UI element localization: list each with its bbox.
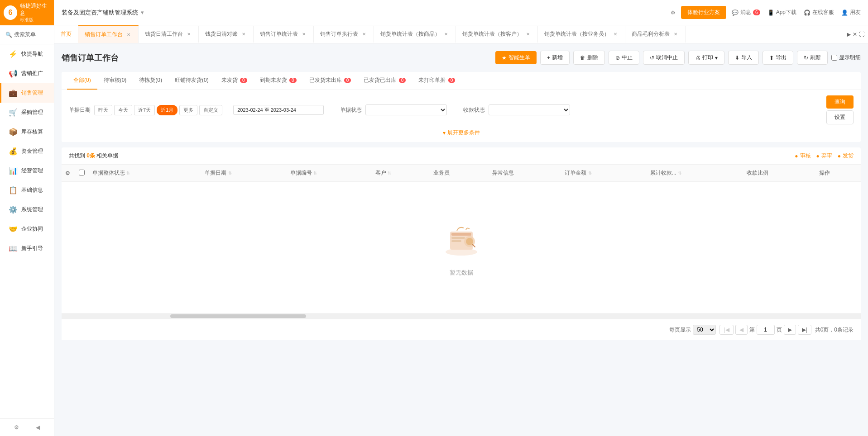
online-service-button[interactable]: 🎧 在线客服 — [804, 9, 834, 16]
filter-tab-pending-inspect[interactable]: 待拣货(0) — [133, 72, 168, 90]
tab-fullscreen-button[interactable]: ⛶ — [859, 31, 864, 38]
status-select[interactable] — [365, 104, 447, 115]
next-page-button[interactable]: ▶ — [784, 325, 796, 335]
ship-button[interactable]: ● 发货 — [838, 152, 854, 160]
print-button[interactable]: 🖨 打印 ▾ — [688, 51, 724, 65]
tab-close-icon[interactable]: ✕ — [240, 31, 247, 37]
col-header-customer[interactable]: 客户 ⇅ — [372, 165, 430, 182]
date-btn-more[interactable]: 更多 — [179, 105, 197, 115]
date-range-input[interactable] — [233, 105, 324, 115]
user-menu-button[interactable]: 👤 用友 — [841, 9, 861, 16]
sidebar-item-finance[interactable]: 💰 资金管理 — [0, 142, 54, 161]
col-header-number[interactable]: 单据编号 ⇅ — [287, 165, 372, 182]
tab-gross-profit[interactable]: 商品毛利分析表 ✕ — [625, 26, 686, 43]
prev-page-button[interactable]: ◀ — [735, 325, 748, 335]
collapse-icon[interactable]: ◀ — [36, 424, 40, 431]
gear-settings-button[interactable]: ⚙ — [671, 9, 676, 16]
filter-tab-not-printed[interactable]: 未打印单据 0 — [412, 72, 461, 90]
message-button[interactable]: 💬 消息 6 — [732, 9, 760, 16]
filter-tab-pending-review[interactable]: 待审核(0) — [97, 72, 133, 90]
show-detail-checkbox[interactable]: 显示明细 — [831, 54, 861, 62]
tab-close-icon[interactable]: ✕ — [612, 31, 619, 37]
system-icon: ⚙️ — [9, 205, 18, 214]
query-button[interactable]: 查询 — [826, 95, 854, 109]
tab-sales-stats[interactable]: 销售订单统计表 ✕ — [254, 26, 314, 43]
sidebar-search[interactable]: 🔍 搜索菜单 — [0, 25, 54, 44]
sidebar-item-collab[interactable]: 🤝 企业协同 — [0, 219, 54, 239]
tab-sales-exec[interactable]: 销售订单执行表 ✕ — [314, 26, 374, 43]
smart-generate-button[interactable]: ★ 智能生单 — [495, 51, 537, 64]
filter-tab-overdue-not-shipped[interactable]: 到期未发货 0 — [254, 72, 303, 90]
refresh-button[interactable]: ↻ 刷新 — [797, 51, 828, 65]
tab-cash-reconcile[interactable]: 钱货日清对账 ✕ — [199, 26, 254, 43]
search-menu-button[interactable]: 🔍 搜索菜单 — [4, 29, 50, 40]
tab-close-icon[interactable]: ✕ — [525, 31, 531, 37]
first-page-button[interactable]: |◀ — [719, 325, 733, 335]
unreview-button[interactable]: ● 弃审 — [816, 152, 832, 160]
export-button[interactable]: ⬆ 导出 — [762, 51, 793, 65]
sidebar-item-inventory[interactable]: 📦 库存核算 — [0, 122, 54, 142]
chevron-down-icon[interactable]: ▾ — [141, 9, 144, 16]
date-btn-custom[interactable]: 自定义 — [199, 105, 222, 115]
date-btn-7days[interactable]: 近7天 — [134, 105, 155, 115]
app-download-button[interactable]: 📱 App下载 — [767, 9, 796, 16]
add-button[interactable]: + 新增 — [540, 51, 570, 65]
tab-close-icon[interactable]: ✕ — [672, 31, 679, 37]
date-btn-today[interactable]: 今天 — [114, 105, 132, 115]
filter-tab-all[interactable]: 全部(0) — [67, 72, 97, 90]
tab-close-icon[interactable]: ✕ — [125, 32, 132, 38]
sidebar-item-quicknav[interactable]: ⚡ 快捷导航 — [0, 44, 54, 64]
tab-sale-stats-staff[interactable]: 销货单统计表（按业务员） ✕ — [538, 26, 625, 43]
filter-tab-wangpu-deliver[interactable]: 旺铺待发货(0) — [168, 72, 215, 90]
industry-solution-button[interactable]: 体验行业方案 — [681, 6, 726, 19]
page-number-input[interactable] — [757, 325, 775, 335]
tab-close-icon[interactable]: ✕ — [443, 31, 449, 37]
total-records: 共0页，0条记录 — [815, 326, 854, 334]
sidebar-item-basic[interactable]: 📋 基础信息 — [0, 180, 54, 200]
logo-icon: 6 — [4, 5, 17, 20]
col-header-collected[interactable]: 累计收款... ⇅ — [647, 165, 743, 182]
scrollbar-thumb[interactable] — [170, 314, 306, 318]
tab-sale-stats-customer[interactable]: 销货单统计表（按客户） ✕ — [456, 26, 538, 43]
tab-close-icon[interactable]: ✕ — [361, 31, 367, 37]
date-btn-yesterday[interactable]: 昨天 — [94, 105, 112, 115]
horizontal-scrollbar[interactable] — [62, 313, 861, 319]
settings-button[interactable]: 设置 — [826, 110, 854, 124]
svg-rect-2 — [451, 233, 471, 236]
sidebar-item-purchase[interactable]: 🛒 采购管理 — [0, 103, 54, 122]
tab-close-all-button[interactable]: ✕ — [853, 31, 857, 38]
cancel-icon: ↺ — [650, 55, 654, 61]
settings-icon[interactable]: ⚙ — [14, 424, 19, 431]
select-all-checkbox[interactable] — [79, 170, 85, 175]
tab-scroll-right-button[interactable]: ▶ — [847, 31, 851, 38]
col-header-amount[interactable]: 订单金额 ⇅ — [561, 165, 646, 182]
tab-home[interactable]: 首页 — [54, 26, 78, 43]
filter-tab-shipped-not-out[interactable]: 已发货未出库 0 — [303, 72, 358, 90]
tab-close-icon[interactable]: ✕ — [301, 31, 307, 37]
import-button[interactable]: ⬇ 导入 — [728, 51, 759, 65]
sidebar-item-system[interactable]: ⚙️ 系统管理 — [0, 200, 54, 219]
sidebar-item-marketing[interactable]: 📢 营销推广 — [0, 64, 54, 83]
tab-cash-daily[interactable]: 钱货日清工作台 ✕ — [139, 26, 199, 43]
filter-tab-not-shipped[interactable]: 未发货 0 — [215, 72, 254, 90]
table-area: 共找到 0条 相关单据 ● 审核 ● 弃审 ● 发货 — [62, 147, 861, 340]
show-detail-input[interactable] — [831, 55, 837, 61]
sidebar-item-sales[interactable]: 💼 销售管理 — [0, 83, 54, 103]
payment-select[interactable] — [489, 104, 570, 115]
tab-sale-stats-product[interactable]: 销货单统计表（按商品） ✕ — [374, 26, 456, 43]
delete-button[interactable]: 🗑 删除 — [573, 51, 605, 65]
date-btn-1month[interactable]: 近1月 — [157, 105, 177, 115]
sidebar-item-guide[interactable]: 📖 新手引导 — [0, 239, 54, 258]
sidebar-item-operation[interactable]: 📊 经营管理 — [0, 161, 54, 180]
cancel-stop-button[interactable]: ↺ 取消中止 — [643, 51, 685, 65]
tab-sales-workbench[interactable]: 销售订单工作台 ✕ — [78, 25, 139, 43]
stop-button[interactable]: ⊘ 中止 — [609, 51, 639, 65]
col-header-status[interactable]: 单据整体状态 ⇅ — [89, 165, 201, 182]
review-button[interactable]: ● 审核 — [795, 152, 810, 160]
filter-tab-shipped-out[interactable]: 已发货已出库 0 — [357, 72, 412, 90]
col-header-date[interactable]: 单据日期 ⇅ — [201, 165, 286, 182]
expand-conditions-button[interactable]: ▾ 展开更多条件 — [443, 129, 480, 137]
last-page-button[interactable]: ▶| — [798, 325, 811, 335]
tab-close-icon[interactable]: ✕ — [186, 31, 192, 37]
page-size-select[interactable]: 20 50 100 — [693, 325, 716, 335]
